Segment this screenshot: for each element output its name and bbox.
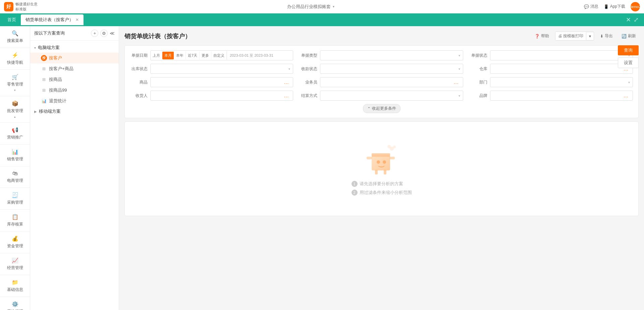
sidebar-item-search[interactable]: 🔍 搜索菜单 bbox=[0, 26, 30, 48]
date-last-7days[interactable]: 近7天 bbox=[186, 52, 200, 59]
filter-row-2: 出库状态 ▾ 收款状态 ▾ 仓库 bbox=[130, 64, 633, 74]
settings-button[interactable]: 设置 bbox=[618, 57, 639, 68]
print-btn[interactable]: 🖨 按模板打印 bbox=[555, 32, 586, 40]
brand-dots[interactable]: ... bbox=[624, 93, 630, 98]
refresh-icon: 🔄 bbox=[622, 34, 627, 39]
sidebar-item-inventory[interactable]: 📋 库存核算 bbox=[0, 210, 30, 231]
svg-rect-1 bbox=[372, 153, 390, 157]
filter-panel: 单据日期 上月 本月 本年 近7天 更多 自定义 2023-03-01 至 20… bbox=[124, 45, 639, 118]
export-icon: ⬇ bbox=[600, 34, 603, 39]
receiver-control[interactable]: ... bbox=[150, 91, 293, 101]
svg-rect-0 bbox=[372, 155, 390, 170]
receipt-status-control[interactable]: ▾ bbox=[320, 64, 463, 74]
sidebar-item-quick-nav[interactable]: ⚡ 快捷导航 bbox=[0, 48, 30, 70]
bill-type-control[interactable]: ▾ bbox=[320, 50, 463, 60]
date-this-month[interactable]: 本月 bbox=[162, 52, 174, 59]
ecommerce-icon: 🛍 bbox=[12, 170, 18, 176]
dept-control[interactable]: ▾ bbox=[490, 77, 633, 87]
empty-illustration bbox=[362, 142, 402, 175]
tree-by-customer-goods[interactable]: ⊞ 按客户+商品 bbox=[30, 63, 119, 74]
help-btn[interactable]: ❓ 帮助 bbox=[532, 32, 552, 40]
refresh-btn[interactable]: 🔄 刷新 bbox=[619, 32, 639, 40]
user-profile[interactable]: demo2 bbox=[631, 2, 640, 11]
tree-by-customer[interactable]: 按 按客户 bbox=[30, 53, 119, 63]
tree-by-goods-99[interactable]: ⊞ 按商品99 bbox=[30, 85, 119, 96]
filter-warehouse: 仓库 ... bbox=[470, 64, 633, 74]
app-download-action[interactable]: 📱 App下载 bbox=[604, 4, 625, 9]
system-title: 办公用品行业模拟账套 ▾ bbox=[287, 4, 334, 10]
sidebar-item-system[interactable]: ⚙️ 系统管理 bbox=[0, 297, 30, 310]
by-goods-icon: ⊞ bbox=[41, 76, 47, 83]
collapse-arrow-icon: ⌃ bbox=[367, 106, 371, 111]
tree-by-return[interactable]: 📊 退货统计 bbox=[30, 96, 119, 106]
tab-home[interactable]: 首页 bbox=[3, 14, 21, 25]
sidebar-item-retail[interactable]: 🛒 零售管理 ▾ bbox=[0, 70, 30, 96]
page-actions: ❓ 帮助 🖨 按模板打印 ▾ ⬇ 导出 🔄 刷新 bbox=[532, 32, 639, 41]
sidebar-item-operations[interactable]: 📈 经营管理 bbox=[0, 253, 30, 275]
goods-label: 商品 bbox=[130, 80, 148, 85]
sidebar-item-marketing[interactable]: 📢 营销推广 bbox=[0, 123, 30, 145]
sidebar: 🔍 搜索菜单 ⚡ 快捷导航 🛒 零售管理 ▾ 📦 批发管理 ▴ 📢 营销推广 📊… bbox=[0, 26, 30, 310]
brand-control[interactable]: ... bbox=[490, 91, 633, 101]
sidebar-item-wholesale[interactable]: 📦 批发管理 ▴ bbox=[0, 96, 30, 123]
filter-bill-type: 单据类型 ▾ bbox=[300, 50, 463, 60]
basic-info-icon: 📁 bbox=[12, 279, 18, 286]
filter-bill-status: 单据状态 ▾ bbox=[470, 50, 633, 60]
warehouse-control[interactable]: ... bbox=[490, 64, 633, 74]
receiver-label: 收货人 bbox=[130, 93, 148, 99]
tree-mobile-root[interactable]: ▶ 移动端方案 bbox=[30, 106, 119, 116]
sidebar-item-finance[interactable]: 💰 资金管理 bbox=[0, 231, 30, 253]
sidebar-item-purchase[interactable]: 🧾 采购管理 bbox=[0, 188, 30, 210]
receiver-dots[interactable]: ... bbox=[284, 93, 290, 98]
print-dropdown-btn[interactable]: ▾ bbox=[586, 33, 594, 40]
retail-icon: 🛒 bbox=[12, 74, 18, 80]
window-close-icon[interactable]: ✕ bbox=[626, 16, 631, 23]
out-status-control[interactable]: ▾ bbox=[150, 64, 293, 74]
date-custom[interactable]: 自定义 bbox=[211, 52, 227, 59]
tab-sales-stats[interactable]: 销货单统计表（按客户） ✕ bbox=[21, 14, 84, 25]
bill-type-arrow: ▾ bbox=[459, 54, 460, 57]
receipt-status-arrow: ▾ bbox=[459, 67, 460, 71]
window-maximize-icon[interactable]: ⤢ bbox=[634, 16, 639, 23]
sidebar-item-ecommerce[interactable]: 🛍 电商管理 bbox=[0, 166, 30, 188]
svg-rect-4 bbox=[375, 170, 378, 174]
avatar: demo2 bbox=[631, 2, 640, 11]
tree-by-goods[interactable]: ⊞ 按商品 bbox=[30, 74, 119, 85]
salesman-control[interactable]: ... bbox=[320, 77, 463, 87]
date-value: 2023-03-01 至 2023-03-31 bbox=[227, 53, 276, 58]
filter-settlement: 结算方式 ▾ bbox=[300, 91, 463, 101]
export-btn[interactable]: ⬇ 导出 bbox=[597, 32, 615, 40]
add-scheme-btn[interactable]: ＋ bbox=[91, 30, 98, 37]
dept-label: 部门 bbox=[470, 80, 487, 85]
message-action[interactable]: 💬 消息 bbox=[584, 4, 598, 9]
tab-close-icon[interactable]: ✕ bbox=[75, 17, 79, 22]
date-more[interactable]: 更多 bbox=[200, 52, 211, 59]
collapse-more-btn[interactable]: ⌃ 收起更多条件 bbox=[363, 104, 400, 113]
left-panel-header: 按以下方案查询 ＋ ⚙ ≪ bbox=[30, 26, 119, 41]
settlement-control[interactable]: ▾ bbox=[320, 91, 463, 101]
date-last-month[interactable]: 上月 bbox=[151, 52, 162, 59]
collapse-panel-btn[interactable]: ≪ bbox=[110, 31, 115, 36]
print-btn-group: 🖨 按模板打印 ▾ bbox=[555, 32, 594, 41]
svg-point-2 bbox=[377, 160, 380, 164]
goods-dots[interactable]: ... bbox=[284, 80, 290, 85]
empty-state-container: 1 请先选择要分析的方案 2 用过滤条件来缩小分析范围 bbox=[124, 121, 639, 216]
settings-scheme-btn[interactable]: ⚙ bbox=[100, 30, 108, 37]
tree-section: ▾ 电脑端方案 按 按客户 ⊞ 按客户+商品 ⊞ 按商品 ⊞ 按商品99 📊 退… bbox=[30, 41, 119, 118]
app-icon: 📱 bbox=[604, 4, 609, 9]
system-title-arrow[interactable]: ▾ bbox=[333, 5, 334, 8]
tip-2-num: 2 bbox=[352, 190, 358, 196]
date-this-year[interactable]: 本年 bbox=[174, 52, 186, 59]
empty-state: 1 请先选择要分析的方案 2 用过滤条件来缩小分析范围 bbox=[125, 122, 638, 216]
goods-control[interactable]: ... bbox=[150, 77, 293, 87]
salesman-dots[interactable]: ... bbox=[454, 80, 460, 85]
quick-nav-icon: ⚡ bbox=[12, 52, 18, 58]
sidebar-item-basic-info[interactable]: 📁 基础信息 bbox=[0, 275, 30, 297]
tree-desktop-root[interactable]: ▾ 电脑端方案 bbox=[30, 43, 119, 53]
sidebar-item-sales[interactable]: 📊 销售管理 bbox=[0, 145, 30, 166]
date-label: 单据日期 bbox=[130, 53, 148, 58]
bill-status-control[interactable]: ▾ bbox=[490, 50, 633, 60]
page-header: 销货单统计表（按客户） ❓ 帮助 🖨 按模板打印 ▾ ⬇ 导出 bbox=[124, 32, 639, 41]
query-button[interactable]: 查询 bbox=[618, 45, 639, 55]
wholesale-arrow: ▴ bbox=[14, 115, 16, 118]
